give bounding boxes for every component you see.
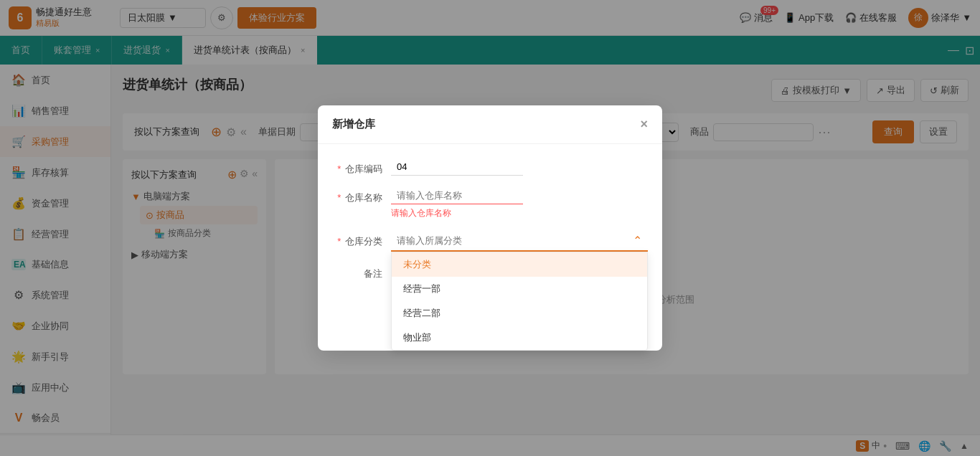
dropdown-item-uncategorized[interactable]: 未分类	[392, 252, 647, 277]
modal-header: 新增仓库 ×	[318, 105, 662, 144]
modal-body: * 仓库编码 * 仓库名称 请输入仓库名称	[318, 144, 662, 306]
name-input[interactable]	[391, 187, 523, 204]
category-chevron-icon[interactable]: ⌃	[633, 234, 642, 247]
category-input[interactable]	[397, 235, 633, 246]
name-label: * 仓库名称	[332, 187, 382, 204]
modal-title: 新增仓库	[332, 118, 375, 131]
category-dropdown: 未分类 经营一部 经营二部 物业部	[391, 252, 648, 351]
note-label: 备注	[332, 263, 382, 280]
dropdown-item-property[interactable]: 物业部	[392, 326, 647, 350]
category-input-row: ⌃	[391, 231, 648, 252]
dropdown-item-ops1[interactable]: 经营一部	[392, 277, 647, 301]
form-row-name: * 仓库名称 请输入仓库名称	[332, 187, 648, 219]
code-wrapper	[391, 158, 648, 176]
code-label: * 仓库编码	[332, 158, 382, 176]
form-row-code: * 仓库编码	[332, 158, 648, 176]
new-warehouse-modal: 新增仓库 × * 仓库编码 * 仓库名称	[318, 105, 662, 351]
category-wrapper: ⌃ 未分类 经营一部 经营二部 物业部	[391, 231, 648, 252]
category-label: * 仓库分类	[332, 231, 382, 248]
modal-close-button[interactable]: ×	[640, 117, 648, 132]
name-error-msg: 请输入仓库名称	[391, 207, 648, 219]
name-wrapper: 请输入仓库名称	[391, 187, 648, 219]
code-input[interactable]	[391, 158, 523, 176]
dropdown-item-ops2[interactable]: 经营二部	[392, 301, 647, 326]
modal-overlay: 新增仓库 × * 仓库编码 * 仓库名称	[0, 0, 980, 456]
form-row-category: * 仓库分类 ⌃ 未分类 经营一部 经营二部 物业部	[332, 231, 648, 252]
